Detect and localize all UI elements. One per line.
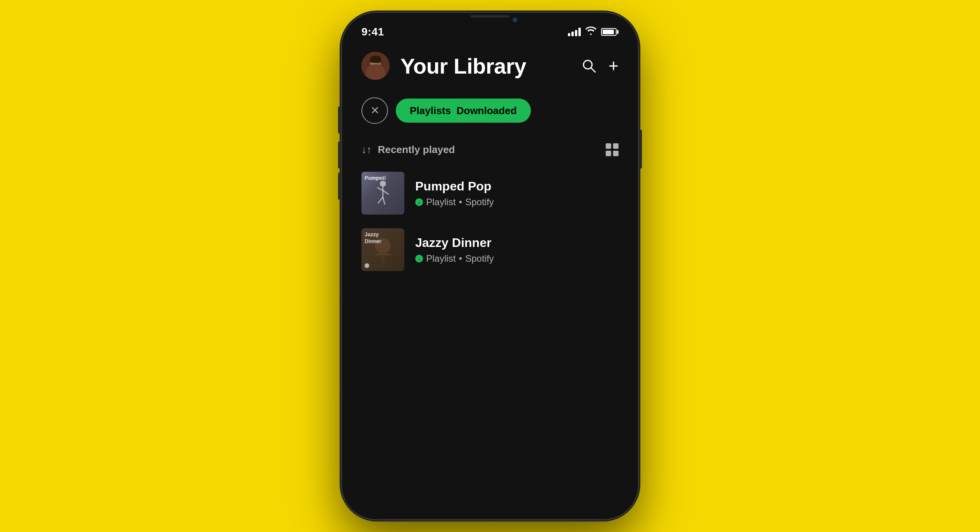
- svg-rect-14: [375, 254, 391, 255]
- grid-view-button[interactable]: [606, 143, 619, 156]
- add-button[interactable]: +: [608, 57, 619, 74]
- notch-bar: [471, 15, 509, 18]
- library-header: Your Library +: [361, 52, 619, 80]
- svg-line-10: [383, 190, 389, 194]
- svg-line-6: [591, 68, 595, 72]
- download-indicator-2: ↓: [415, 255, 423, 262]
- svg-point-4: [370, 59, 381, 63]
- sort-arrows-icon: ↓↑: [361, 144, 372, 156]
- phone-screen: 9:41: [342, 13, 638, 519]
- svg-line-12: [383, 197, 385, 205]
- playlist-art-pumped-pop: Pumped: [361, 172, 404, 215]
- playlist-info-pumped-pop: Pumped Pop ↓ Playlist • Spotify: [415, 179, 619, 208]
- playlist-name: Pumped Pop: [415, 179, 619, 194]
- header-actions: +: [581, 57, 619, 74]
- playlist-info-jazzy-dinner: Jazzy Dinner ↓ Playlist • Spotify: [415, 236, 619, 264]
- svg-point-13: [375, 238, 391, 254]
- svg-point-7: [380, 181, 386, 187]
- sort-label: Recently played: [378, 144, 455, 156]
- close-filter-button[interactable]: ✕: [361, 97, 388, 124]
- avatar[interactable]: [361, 52, 390, 80]
- download-indicator: ↓: [415, 198, 423, 206]
- playlist-owner-2: Spotify: [465, 253, 494, 264]
- playlist-type: Playlist: [426, 197, 456, 208]
- svg-line-9: [377, 188, 383, 191]
- meta-sep-2: •: [459, 253, 462, 264]
- search-button[interactable]: [581, 58, 597, 74]
- notch: [451, 13, 529, 27]
- playlist-owner: Spotify: [465, 197, 494, 208]
- svg-rect-15: [381, 255, 385, 263]
- signal-icon: [568, 28, 581, 36]
- time-display: 9:41: [361, 26, 384, 38]
- playlist-item-pumped-pop[interactable]: Pumped Pumped Pop ↓ Playlist • Spotify: [361, 172, 619, 215]
- status-bar: 9:41: [342, 13, 638, 44]
- playlist-meta: ↓ Playlist • Spotify: [415, 253, 619, 264]
- playlist-art-jazzy-dinner: JazzyDinner: [361, 228, 404, 271]
- meta-sep: •: [459, 197, 462, 208]
- playlist-meta: ↓ Playlist • Spotify: [415, 197, 619, 208]
- filter-chip-playlists-downloaded[interactable]: Playlists Downloaded: [396, 99, 531, 123]
- phone-outer: 9:41: [342, 13, 638, 519]
- playlist-name: Jazzy Dinner: [415, 236, 619, 250]
- sort-button[interactable]: ↓↑ Recently played: [361, 144, 455, 156]
- wifi-icon: [585, 26, 596, 37]
- svg-line-11: [378, 197, 383, 204]
- svg-point-1: [368, 68, 383, 79]
- filter-row: ✕ Playlists Downloaded: [361, 97, 619, 124]
- sort-row: ↓↑ Recently played: [361, 143, 619, 156]
- filter-chip-label: Playlists Downloaded: [410, 105, 517, 117]
- status-icons: [568, 26, 619, 37]
- playlist-item-jazzy-dinner[interactable]: JazzyDinner Jazzy Dinner ↓ Playlist • Sp…: [361, 228, 619, 271]
- notch-dot: [513, 18, 517, 22]
- playlist-type-2: Playlist: [426, 253, 456, 264]
- battery-icon: [601, 28, 619, 36]
- page-title: Your Library: [400, 53, 581, 79]
